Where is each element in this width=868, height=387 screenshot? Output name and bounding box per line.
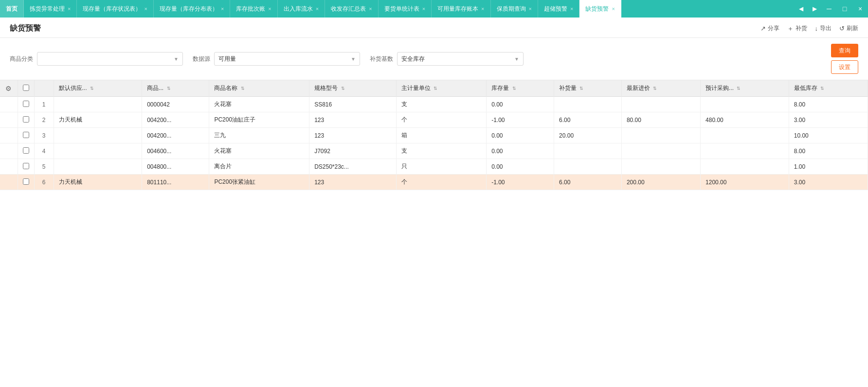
sort-code-icon: ⇅: [167, 86, 171, 91]
row-checkbox-cell[interactable]: [18, 128, 34, 143]
tab-shortage-warning[interactable]: 缺货预警 ×: [579, 0, 621, 18]
th-est-purchase-label: 预计采购...: [705, 85, 734, 91]
th-product-code[interactable]: 商品... ⇅: [142, 80, 209, 97]
th-replenish-qty[interactable]: 补货量 ⇅: [554, 80, 622, 97]
replenish-icon: ＋: [787, 24, 794, 33]
tab-order-stats[interactable]: 要货单统计表 ×: [379, 0, 432, 18]
tab-batch-account[interactable]: 库存批次账 ×: [230, 0, 277, 18]
tab-inout-flow[interactable]: 出入库流水 ×: [278, 0, 325, 18]
row-product-code: 801110...: [142, 175, 209, 190]
page-header: 缺货预警 ↗ 分享 ＋ 补货 ↓ 导出 ↺ 刷新: [0, 18, 868, 38]
row-inventory: -1.00: [487, 112, 554, 128]
page-title: 缺货预警: [10, 23, 760, 34]
tab-inventory-status[interactable]: 现存量（库存状况表） ×: [77, 0, 153, 18]
row-latest-price: [621, 128, 700, 143]
export-label: 导出: [820, 24, 832, 33]
th-inventory[interactable]: 库存量 ⇅: [487, 80, 554, 97]
tab-inout-flow-close[interactable]: ×: [316, 6, 319, 12]
tab-inventory-distribution[interactable]: 现存量（库存分布表） ×: [154, 0, 230, 18]
tab-order-stats-close[interactable]: ×: [422, 6, 425, 12]
category-select[interactable]: ▼: [37, 52, 183, 66]
tab-prev-btn[interactable]: ◀: [794, 0, 808, 18]
datasource-label: 数据源: [193, 55, 210, 63]
refresh-icon: ↺: [839, 25, 845, 32]
th-min-inventory-label: 最低库存: [794, 85, 817, 91]
share-action[interactable]: ↗ 分享: [760, 24, 779, 33]
row-product-name: PC200张紧油缸: [209, 175, 309, 190]
sort-replenish-icon: ⇅: [579, 86, 583, 91]
row-inventory: 0.00: [487, 128, 554, 143]
row-default-supplier: 力天机械: [54, 175, 142, 190]
th-latest-price[interactable]: 最新进价 ⇅: [621, 80, 700, 97]
table-container: ⚙ 默认供应... ⇅ 商品... ⇅ 商品名称: [0, 80, 868, 387]
tab-overstock-warning[interactable]: 超储预警 ×: [538, 0, 579, 18]
export-action[interactable]: ↓ 导出: [815, 24, 832, 33]
tab-receive-summary-close[interactable]: ×: [369, 6, 372, 12]
row-est-purchase: 1200.00: [701, 175, 789, 190]
tab-shortage-warning-label: 缺货预警: [585, 5, 609, 13]
row-gear-cell: [0, 175, 18, 190]
replenish-action[interactable]: ＋ 补货: [787, 24, 807, 33]
th-unit[interactable]: 主计量单位 ⇅: [396, 80, 487, 97]
column-settings-icon[interactable]: ⚙: [5, 85, 12, 92]
row-checkbox[interactable]: [23, 178, 29, 185]
th-settings[interactable]: ⚙: [0, 80, 18, 97]
row-replenish-qty: [554, 97, 622, 112]
row-default-supplier: [54, 97, 142, 112]
tab-picking-anomaly[interactable]: 拣货异常处理 ×: [24, 0, 77, 18]
sort-unit-icon: ⇅: [434, 86, 437, 91]
tab-receive-summary[interactable]: 收发存汇总表 ×: [325, 0, 378, 18]
th-default-supplier[interactable]: 默认供应... ⇅: [54, 80, 142, 97]
window-minimize-btn[interactable]: ─: [821, 0, 837, 18]
window-close-btn[interactable]: ×: [852, 0, 868, 18]
refresh-action[interactable]: ↺ 刷新: [839, 24, 858, 33]
tab-available-ledger-close[interactable]: ×: [481, 6, 484, 12]
replenish-base-select[interactable]: 安全库存 ▼: [397, 52, 524, 66]
row-replenish-qty: [554, 143, 622, 159]
tab-next-btn[interactable]: ▶: [808, 0, 821, 18]
tab-home[interactable]: 首页: [0, 0, 24, 18]
replenish-base-select-value: 安全库存: [401, 55, 425, 63]
th-est-purchase[interactable]: 预计采购... ⇅: [701, 80, 789, 97]
row-checkbox[interactable]: [23, 147, 29, 154]
row-checkbox[interactable]: [23, 101, 29, 107]
th-min-inventory[interactable]: 最低库存 ⇅: [789, 80, 868, 97]
th-spec[interactable]: 规格型号 ⇅: [309, 80, 396, 97]
row-checkbox-cell[interactable]: [18, 97, 34, 112]
row-min-inventory: 8.00: [789, 97, 868, 112]
row-checkbox-cell[interactable]: [18, 175, 34, 190]
tab-available-ledger[interactable]: 可用量库存账本 ×: [432, 0, 490, 18]
tab-inout-flow-label: 出入库流水: [284, 5, 313, 13]
datasource-select[interactable]: 可用量 ▼: [214, 52, 360, 66]
tab-expiry-query-close[interactable]: ×: [529, 6, 532, 12]
th-product-code-label: 商品...: [147, 85, 163, 91]
th-product-name[interactable]: 商品名称 ⇅: [209, 80, 309, 97]
row-checkbox-cell[interactable]: [18, 159, 34, 175]
select-all-checkbox[interactable]: [23, 85, 29, 91]
tab-inventory-distribution-close[interactable]: ×: [221, 6, 224, 12]
row-checkbox[interactable]: [23, 116, 29, 123]
query-button[interactable]: 查询: [831, 44, 858, 57]
datasource-select-value: 可用量: [218, 55, 236, 63]
window-maximize-btn[interactable]: □: [837, 0, 852, 18]
row-product-name: PC200油缸庄子: [209, 112, 309, 128]
settings-button[interactable]: 设置: [831, 60, 858, 74]
row-product-code: 004200...: [142, 128, 209, 143]
th-spec-label: 规格型号: [314, 85, 338, 91]
row-replenish-qty: 20.00: [554, 128, 622, 143]
tab-expiry-query[interactable]: 保质期查询 ×: [491, 0, 538, 18]
tab-picking-anomaly-close[interactable]: ×: [68, 6, 71, 12]
chevron-right-icon: ▶: [813, 5, 817, 12]
tab-batch-account-close[interactable]: ×: [268, 6, 271, 12]
row-checkbox[interactable]: [23, 163, 29, 169]
tab-overstock-warning-close[interactable]: ×: [570, 6, 573, 12]
tab-shortage-warning-close[interactable]: ×: [612, 6, 615, 12]
tab-inventory-status-close[interactable]: ×: [144, 6, 147, 12]
row-checkbox-cell[interactable]: [18, 112, 34, 128]
row-checkbox[interactable]: [23, 132, 29, 138]
row-checkbox-cell[interactable]: [18, 143, 34, 159]
tab-bar: 首页 拣货异常处理 × 现存量（库存状况表） × 现存量（库存分布表） × 库存…: [0, 0, 868, 18]
header-actions: ↗ 分享 ＋ 补货 ↓ 导出 ↺ 刷新: [760, 24, 859, 33]
th-checkbox[interactable]: [18, 80, 34, 97]
replenish-base-dropdown-icon: ▼: [514, 56, 519, 62]
